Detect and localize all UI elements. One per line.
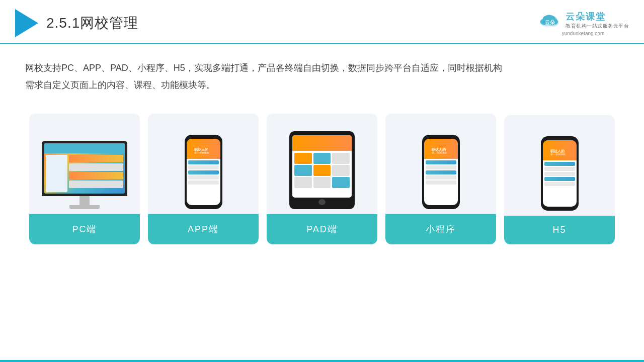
- pc-image-area: [37, 124, 132, 214]
- cards-container: PC端 职达人的 第一堂网课程: [25, 114, 619, 244]
- label-miniapp: 小程序: [385, 214, 496, 244]
- app-image-area: 职达人的 第一堂网课程: [156, 124, 251, 214]
- card-pc: PC端: [29, 114, 140, 244]
- description: 网校支持PC、APP、PAD、小程序、H5，实现多端打通，产品各终端自由切换，数…: [25, 59, 619, 94]
- brand-logo: 云朵 云朵课堂 教育机构一站式服务云平台: [537, 11, 629, 30]
- pad-image-area: [275, 124, 369, 214]
- cloud-icon: 云朵: [537, 12, 562, 28]
- brand-name: 云朵课堂: [566, 11, 606, 23]
- tablet-icon: [289, 131, 355, 209]
- card-pad: PAD端: [267, 114, 377, 244]
- phone-icon-miniapp: 职达人的 第一堂网课程: [422, 135, 460, 209]
- label-pad: PAD端: [267, 214, 377, 244]
- page-title: 2.5.1网校管理: [46, 14, 138, 33]
- brand-area: 云朵 云朵课堂 教育机构一站式服务云平台 yunduoketang.com: [537, 11, 629, 36]
- brand-slogan: 教育机构一站式服务云平台: [566, 23, 629, 30]
- bottom-accent-line: [0, 360, 644, 362]
- h5-image-area: 职达人的 第一堂网课程: [512, 125, 607, 216]
- svg-text:云朵: 云朵: [545, 20, 555, 25]
- header: 2.5.1网校管理 云朵 云朵课堂 教育机构一站式服务云平台 yunduoket…: [0, 0, 644, 44]
- miniapp-image-area: 职达人的 第一堂网课程: [393, 124, 488, 214]
- header-left: 2.5.1网校管理: [15, 9, 138, 37]
- card-app: 职达人的 第一堂网课程: [148, 114, 259, 244]
- brand-url: yunduoketang.com: [562, 31, 605, 36]
- label-pc: PC端: [29, 214, 140, 244]
- logo-icon: [15, 9, 38, 37]
- pc-monitor-icon: [42, 141, 127, 209]
- svg-text:第一堂网课程: 第一堂网课程: [550, 153, 566, 155]
- phone-icon-h5: 职达人的 第一堂网课程: [541, 136, 579, 211]
- label-app: APP端: [148, 214, 259, 244]
- card-miniapp: 职达人的 第一堂网课程: [385, 114, 496, 244]
- phone-icon-app: 职达人的 第一堂网课程: [185, 135, 222, 209]
- svg-text:第一堂网课程: 第一堂网课程: [194, 151, 209, 154]
- brand-text: 云朵课堂 教育机构一站式服务云平台: [566, 11, 629, 30]
- label-h5: H5: [504, 216, 615, 244]
- svg-text:第一堂网课程: 第一堂网课程: [432, 151, 447, 154]
- card-h5: 职达人的 第一堂网课程: [504, 115, 615, 244]
- main-content: 网校支持PC、APP、PAD、小程序、H5，实现多端打通，产品各终端自由切换，数…: [0, 44, 644, 254]
